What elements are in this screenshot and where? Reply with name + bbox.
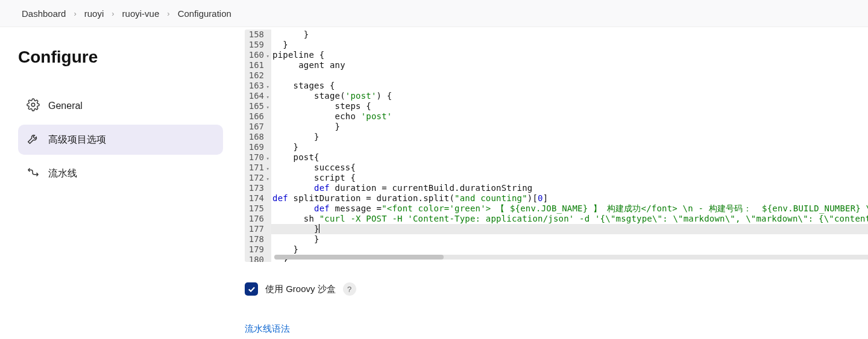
line-number: 165▾	[248, 101, 269, 111]
code-line[interactable]: }	[271, 30, 868, 40]
line-number: 168	[248, 132, 269, 142]
gear-icon	[27, 98, 40, 114]
line-number: 166	[248, 111, 269, 122]
breadcrumb-item[interactable]: Dashboard	[18, 6, 69, 21]
sandbox-checkbox-row: 使用 Groovy 沙盒 ?	[245, 282, 868, 296]
sidebar-nav: General高级项目选项流水线	[18, 91, 229, 188]
line-number: 179	[248, 244, 269, 255]
check-icon	[248, 285, 256, 293]
chevron-right-icon: ›	[110, 9, 116, 18]
code-line[interactable]: sh "curl -X POST -H 'Content-Type: appli…	[271, 214, 868, 224]
code-editor[interactable]: 158159160▾161162163▾164▾165▾166167168169…	[245, 30, 868, 262]
breadcrumb-item[interactable]: ruoyi-vue	[119, 6, 163, 21]
code-area[interactable]: } }pipeline { agent any stages { stage('…	[271, 30, 868, 262]
line-number: 167	[248, 122, 269, 132]
code-line[interactable]: }	[271, 224, 868, 234]
chevron-right-icon: ›	[72, 9, 78, 18]
code-line[interactable]: echo 'post'	[271, 111, 868, 122]
line-number: 158	[248, 30, 269, 40]
sidebar-item-label: General	[48, 101, 83, 111]
page-title: Configure	[18, 48, 229, 67]
line-gutter: 158159160▾161162163▾164▾165▾166167168169…	[245, 30, 271, 262]
code-line[interactable]: success{	[271, 163, 868, 173]
pipeline-icon	[27, 166, 40, 181]
sandbox-checkbox[interactable]	[245, 282, 258, 296]
code-line[interactable]: stage('post') {	[271, 91, 868, 101]
code-line[interactable]: steps {	[271, 101, 868, 111]
sidebar-item-label: 高级项目选项	[48, 134, 106, 146]
horizontal-scrollbar[interactable]	[274, 255, 868, 260]
code-line[interactable]: def splitDuration = duration.split("and …	[271, 193, 868, 204]
line-number: 160▾	[248, 50, 269, 60]
chevron-right-icon: ›	[165, 9, 171, 18]
sandbox-checkbox-label: 使用 Groovy 沙盒	[265, 284, 336, 295]
svg-point-0	[31, 103, 35, 107]
code-line[interactable]: post{	[271, 152, 868, 163]
text-cursor	[319, 224, 319, 233]
breadcrumb: Dashboard›ruoyi›ruoyi-vue›Configuration	[0, 0, 868, 27]
help-button[interactable]: ?	[343, 282, 356, 296]
line-number: 163▾	[248, 81, 269, 91]
pipeline-syntax-link[interactable]: 流水线语法	[245, 323, 290, 335]
code-line[interactable]: def message ="<font color='green'> 【 ${e…	[271, 204, 868, 214]
line-number: 164▾	[248, 91, 269, 101]
code-line[interactable]: agent any	[271, 60, 868, 70]
line-number: 161	[248, 60, 269, 70]
scrollbar-thumb[interactable]	[274, 255, 444, 260]
line-number: 170▾	[248, 152, 269, 163]
line-number: 180	[248, 255, 269, 262]
code-line[interactable]: stages {	[271, 81, 868, 91]
code-line[interactable]: }	[271, 40, 868, 50]
code-line[interactable]: }	[271, 234, 868, 244]
code-line[interactable]: script {	[271, 173, 868, 183]
sidebar-item-label: 流水线	[48, 167, 77, 180]
code-line[interactable]	[271, 70, 868, 81]
code-line[interactable]: pipeline {	[271, 50, 868, 60]
sidebar-item[interactable]: 流水线	[18, 158, 223, 188]
code-line[interactable]: def duration = currentBuild.durationStri…	[271, 183, 868, 193]
code-line[interactable]: }	[271, 132, 868, 142]
breadcrumb-item[interactable]: Configuration	[174, 6, 235, 21]
code-line[interactable]: }	[271, 142, 868, 152]
sidebar-item[interactable]: 高级项目选项	[18, 125, 223, 155]
line-number: 175	[248, 204, 269, 214]
sidebar: Configure General高级项目选项流水线	[0, 27, 241, 339]
main-content: 158159160▾161162163▾164▾165▾166167168169…	[241, 27, 868, 339]
line-number: 176	[248, 214, 269, 224]
line-number: 159	[248, 40, 269, 50]
line-number: 172▾	[248, 173, 269, 183]
wrench-icon	[27, 132, 40, 148]
line-number: 174	[248, 193, 269, 204]
line-number: 177	[248, 224, 269, 234]
code-line[interactable]: }	[271, 244, 868, 255]
sidebar-item[interactable]: General	[18, 91, 223, 121]
line-number: 162	[248, 70, 269, 81]
line-number: 173	[248, 183, 269, 193]
code-line[interactable]: }	[271, 122, 868, 132]
breadcrumb-item[interactable]: ruoyi	[81, 6, 108, 21]
line-number: 171▾	[248, 163, 269, 173]
line-number: 169	[248, 142, 269, 152]
line-number: 178	[248, 234, 269, 244]
